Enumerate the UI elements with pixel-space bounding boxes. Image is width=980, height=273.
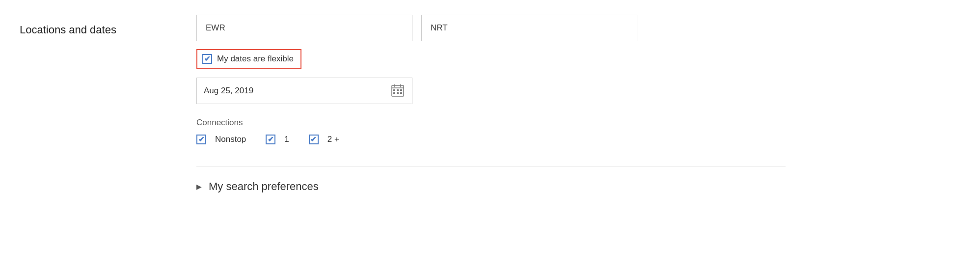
flexible-dates-label: My dates are flexible xyxy=(217,54,294,64)
svg-rect-6 xyxy=(400,89,402,91)
connection-option-nonstop[interactable]: ✔ Nonstop xyxy=(196,135,246,144)
date-value: Aug 25, 2019 xyxy=(204,86,391,96)
checkmark-icon: ✔ xyxy=(204,55,211,63)
svg-rect-7 xyxy=(393,92,395,94)
nonstop-label: Nonstop xyxy=(215,135,246,144)
connection-option-2plus[interactable]: ✔ 2 + xyxy=(309,135,339,144)
svg-rect-4 xyxy=(393,89,395,91)
two-plus-checkbox[interactable]: ✔ xyxy=(309,135,319,144)
connections-title: Connections xyxy=(196,118,960,128)
two-plus-label: 2 + xyxy=(327,135,339,144)
flexible-dates-wrapper[interactable]: ✔ My dates are flexible xyxy=(196,49,301,69)
nonstop-checkbox[interactable]: ✔ xyxy=(196,135,206,144)
chevron-right-icon: ▶ xyxy=(196,183,202,191)
connections-section: Connections ✔ Nonstop ✔ 1 ✔ xyxy=(196,118,960,144)
svg-rect-8 xyxy=(397,92,399,94)
connections-options: ✔ Nonstop ✔ 1 ✔ 2 + xyxy=(196,135,960,144)
connection-option-1[interactable]: ✔ 1 xyxy=(266,135,289,144)
calendar-icon[interactable] xyxy=(391,84,405,98)
flexible-dates-checkbox[interactable]: ✔ xyxy=(202,54,212,64)
date-input-row[interactable]: Aug 25, 2019 xyxy=(196,78,412,104)
section-divider xyxy=(196,166,786,166)
svg-rect-5 xyxy=(397,89,399,91)
nonstop-check-icon: ✔ xyxy=(198,135,205,144)
page-container: Locations and dates ✔ My dates are flexi… xyxy=(0,0,980,212)
one-stop-label: 1 xyxy=(284,135,289,144)
two-plus-check-icon: ✔ xyxy=(310,135,317,144)
origin-input[interactable] xyxy=(196,15,412,41)
destination-input[interactable] xyxy=(421,15,637,41)
search-preferences-label: My search preferences xyxy=(209,180,319,193)
one-stop-checkbox[interactable]: ✔ xyxy=(266,135,275,144)
search-preferences-row[interactable]: ▶ My search preferences xyxy=(196,176,960,197)
form-area: ✔ My dates are flexible Aug 25, 2019 xyxy=(196,15,960,197)
airport-row xyxy=(196,15,960,41)
one-stop-check-icon: ✔ xyxy=(268,135,274,144)
section-title: Locations and dates xyxy=(20,24,167,36)
svg-rect-9 xyxy=(400,92,402,94)
